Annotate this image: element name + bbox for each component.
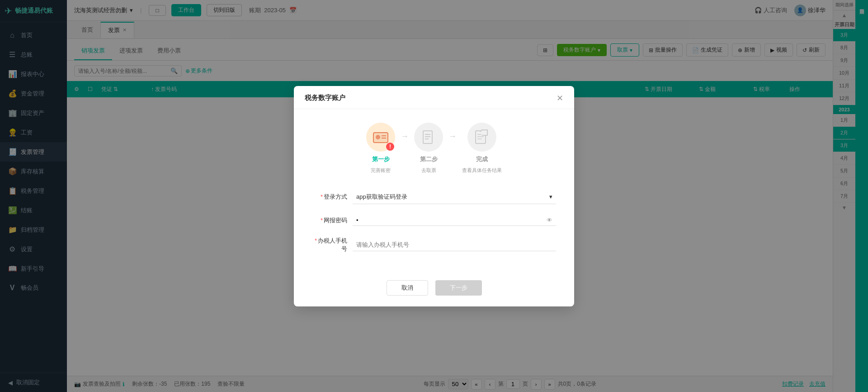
- modal-close-btn[interactable]: ✕: [557, 93, 563, 103]
- person-id-icon: [373, 129, 389, 145]
- login-method-select[interactable]: app获取验证码登录 ▾: [353, 190, 556, 204]
- step1-desc: 完善账密: [371, 167, 391, 174]
- step1-label: 第一步: [372, 155, 390, 163]
- password-label: 网报密码: [312, 216, 353, 225]
- step3-icon: [467, 123, 496, 152]
- steps: ! 第一步 完善账密 →: [312, 123, 556, 174]
- modal-header: 税务数字账户 ✕: [294, 86, 574, 109]
- step-2: 第二步 去取票: [414, 123, 443, 174]
- modal-body: ! 第一步 完善账密 →: [294, 109, 574, 273]
- checklist-icon: [474, 129, 490, 145]
- step-1: ! 第一步 完善账密: [366, 123, 395, 174]
- eye-icon[interactable]: 👁: [547, 217, 552, 224]
- password-control: 👁: [353, 215, 556, 226]
- step-3: 完成 查看具体任务结果: [462, 123, 502, 174]
- step2-icon: [414, 123, 443, 152]
- step2-label: 第二步: [420, 155, 438, 163]
- modal-footer: 取消 下一步: [294, 273, 574, 306]
- step3-label: 完成: [476, 155, 488, 163]
- form-row-phone: 办税人手机号: [312, 237, 556, 253]
- phone-label: 办税人手机号: [312, 237, 353, 253]
- modal: 税务数字账户 ✕ !: [294, 86, 574, 306]
- step1-icon: !: [366, 123, 395, 152]
- svg-point-2: [376, 135, 380, 139]
- step-arrow-2: →: [448, 132, 457, 141]
- login-method-label: 登录方式: [312, 193, 353, 201]
- login-method-control: app获取验证码登录 ▾: [353, 190, 556, 204]
- login-method-value: app获取验证码登录: [356, 193, 407, 201]
- next-button[interactable]: 下一步: [435, 280, 482, 296]
- phone-input[interactable]: [353, 239, 556, 251]
- chevron-down-icon: ▾: [549, 193, 552, 200]
- password-input[interactable]: [356, 217, 547, 224]
- form-row-login-method: 登录方式 app获取验证码登录 ▾: [312, 190, 556, 204]
- step3-desc: 查看具体任务结果: [462, 167, 502, 174]
- modal-title: 税务数字账户: [305, 94, 345, 102]
- phone-control: [353, 239, 556, 251]
- step1-error-dot: !: [386, 143, 394, 151]
- document-icon: [420, 129, 437, 145]
- step-arrow-1: →: [401, 132, 409, 141]
- password-input-wrapper: 👁: [353, 215, 556, 226]
- form-row-password: 网报密码 👁: [312, 215, 556, 226]
- modal-overlay[interactable]: 税务数字账户 ✕ !: [0, 0, 868, 392]
- step2-desc: 去取票: [421, 167, 436, 174]
- cancel-button[interactable]: 取消: [387, 280, 428, 296]
